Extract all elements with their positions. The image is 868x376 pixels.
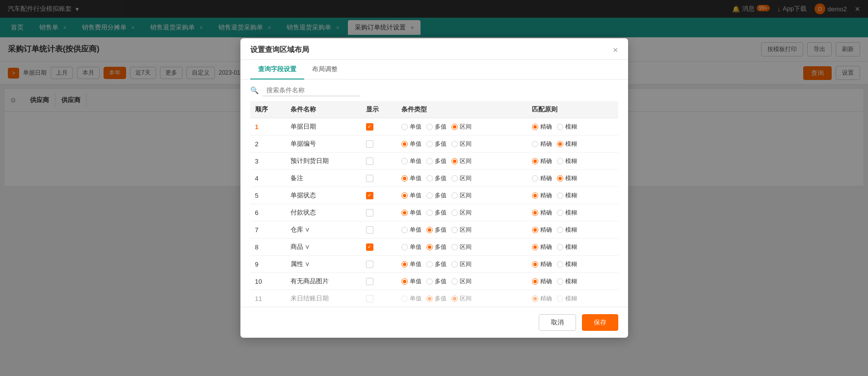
- tab-layout[interactable]: 布局调整: [304, 60, 345, 80]
- order-number: 2: [255, 140, 259, 148]
- match-fuzzy-label: 模糊: [565, 157, 577, 165]
- row-show-cell: [361, 118, 396, 135]
- match-exact-radio[interactable]: [532, 175, 538, 182]
- search-icon: 🔍: [250, 86, 259, 94]
- type-single-label: 单值: [410, 123, 421, 131]
- match-exact-label: 精确: [540, 140, 552, 148]
- match-exact-radio[interactable]: [532, 158, 538, 164]
- modal-overlay: 设置查询区域布局 × 查询字段设置 布局调整 🔍 顺序 条件名称 显示 条件类型: [0, 0, 868, 190]
- row-type-cell: 单值多值区间: [396, 153, 527, 170]
- type-radio-group: 单值多值区间: [401, 174, 522, 183]
- type-multi-label: 多值: [435, 123, 447, 131]
- match-fuzzy-radio[interactable]: [557, 124, 563, 130]
- table-row: 4备注单值多值区间精确模糊: [250, 170, 618, 187]
- row-match-cell: 精确模糊: [527, 153, 618, 170]
- search-input[interactable]: [263, 84, 361, 96]
- match-fuzzy-radio[interactable]: [557, 158, 563, 164]
- match-radio-group: 精确模糊: [532, 123, 613, 131]
- modal-title: 设置查询区域布局: [250, 45, 309, 54]
- type-range-label: 区间: [460, 140, 472, 148]
- table-header-row: 顺序 条件名称 显示 条件类型 匹配原则: [250, 101, 618, 118]
- type-single-radio[interactable]: [401, 124, 408, 130]
- type-multi-radio[interactable]: [426, 141, 433, 147]
- order-number: 3: [255, 158, 259, 165]
- type-multi-label: 多值: [435, 140, 447, 148]
- col-name: 条件名称: [286, 101, 361, 118]
- match-radio-group: 精确模糊: [532, 140, 613, 148]
- type-multi-radio[interactable]: [426, 124, 433, 130]
- type-range-label: 区间: [460, 157, 472, 165]
- type-radio-group: 单值多值区间: [401, 157, 522, 165]
- modal-tabs: 查询字段设置 布局调整: [240, 60, 628, 80]
- row-type-cell: 单值多值区间: [396, 135, 527, 153]
- row-show-cell: [361, 170, 396, 187]
- type-single-radio[interactable]: [401, 158, 408, 164]
- col-match: 匹配原则: [527, 101, 618, 118]
- table-row: 2单据编号单值多值区间精确模糊: [250, 135, 618, 153]
- modal-close-button[interactable]: ×: [613, 46, 618, 54]
- col-order: 顺序: [250, 101, 286, 118]
- match-exact-label: 精确: [540, 174, 552, 183]
- type-range-label: 区间: [460, 123, 472, 131]
- show-checkbox[interactable]: [366, 140, 373, 148]
- table-row: 1单据日期单值多值区间精确模糊: [250, 118, 618, 135]
- row-condition-name: 预计到货日期: [286, 153, 361, 170]
- show-checkbox[interactable]: [366, 175, 373, 182]
- type-single-radio[interactable]: [401, 175, 408, 182]
- row-order: 3: [250, 153, 286, 170]
- type-radio-group: 单值多值区间: [401, 140, 522, 148]
- row-match-cell: 精确模糊: [527, 135, 618, 153]
- row-match-cell: 精确模糊: [527, 170, 618, 187]
- order-number: 1: [255, 123, 259, 131]
- match-fuzzy-radio[interactable]: [557, 175, 563, 182]
- match-radio-group: 精确模糊: [532, 174, 613, 183]
- table-row: 3预计到货日期单值多值区间精确模糊: [250, 153, 618, 170]
- show-checkbox[interactable]: [366, 123, 373, 131]
- match-exact-label: 精确: [540, 157, 552, 165]
- modal-header: 设置查询区域布局 ×: [240, 38, 628, 60]
- row-show-cell: [361, 135, 396, 153]
- table-row: 5单据状态单值多值区间精确模糊: [250, 187, 618, 191]
- type-multi-radio[interactable]: [426, 158, 433, 164]
- modal-search-area: 🔍: [240, 80, 628, 101]
- col-type: 条件类型: [396, 101, 527, 118]
- row-order: 5: [250, 187, 286, 191]
- row-type-cell: 单值多值区间: [396, 170, 527, 187]
- row-condition-name: 单据日期: [286, 118, 361, 135]
- type-single-radio[interactable]: [401, 141, 408, 147]
- order-number: 4: [255, 175, 259, 182]
- col-show: 显示: [361, 101, 396, 118]
- type-radio-group: 单值多值区间: [401, 123, 522, 131]
- row-order: 1: [250, 118, 286, 135]
- show-checkbox[interactable]: [366, 158, 373, 165]
- match-fuzzy-label: 模糊: [565, 174, 577, 183]
- type-multi-label: 多值: [435, 174, 447, 183]
- tab-query-fields[interactable]: 查询字段设置: [250, 60, 304, 80]
- row-condition-name: 单据编号: [286, 135, 361, 153]
- row-condition-name: 备注: [286, 170, 361, 187]
- row-order: 4: [250, 170, 286, 187]
- match-fuzzy-label: 模糊: [565, 140, 577, 148]
- match-fuzzy-label: 模糊: [565, 123, 577, 131]
- type-single-label: 单值: [410, 140, 421, 148]
- conditions-table: 顺序 条件名称 显示 条件类型 匹配原则 1单据日期单值多值区间精确模糊2单据编…: [250, 101, 618, 190]
- row-show-cell: [361, 187, 396, 191]
- match-exact-radio[interactable]: [532, 141, 538, 147]
- type-range-label: 区间: [460, 174, 472, 183]
- row-condition-name: 单据状态: [286, 187, 361, 191]
- type-multi-label: 多值: [435, 157, 447, 165]
- row-type-cell: 单值多值区间: [396, 187, 527, 191]
- type-single-label: 单值: [410, 174, 421, 183]
- match-fuzzy-radio[interactable]: [557, 141, 563, 147]
- row-order: 2: [250, 135, 286, 153]
- type-range-radio[interactable]: [451, 141, 458, 147]
- type-range-radio[interactable]: [451, 158, 458, 164]
- row-show-cell: [361, 153, 396, 170]
- match-radio-group: 精确模糊: [532, 157, 613, 165]
- type-multi-radio[interactable]: [426, 175, 433, 182]
- type-range-radio[interactable]: [451, 175, 458, 182]
- match-exact-radio[interactable]: [532, 124, 538, 130]
- row-type-cell: 单值多值区间: [396, 118, 527, 135]
- type-range-radio[interactable]: [451, 124, 458, 130]
- row-match-cell: 精确模糊: [527, 187, 618, 191]
